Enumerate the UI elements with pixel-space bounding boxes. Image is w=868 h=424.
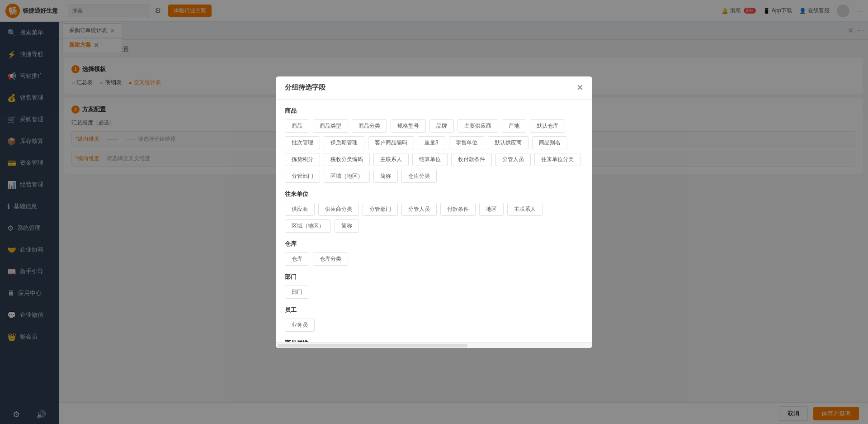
field-tag-2-1[interactable]: 仓库分类 [313, 252, 348, 266]
modal-title: 分组待选字段 [285, 83, 326, 92]
field-tag-0-4[interactable]: 品牌 [429, 119, 454, 133]
field-tag-0-14[interactable]: 商品别名 [532, 136, 567, 149]
field-tags-2: 仓库仓库分类 [285, 252, 583, 266]
field-tag-0-23[interactable]: 区域（地区） [324, 170, 370, 183]
field-tag-0-7[interactable]: 默认仓库 [530, 119, 565, 133]
field-tag-1-6[interactable]: 主联系人 [507, 203, 542, 216]
field-tag-2-0[interactable]: 仓库 [285, 252, 309, 266]
field-tags-3: 部门 [285, 286, 583, 299]
field-tag-1-4[interactable]: 付款条件 [440, 203, 476, 216]
field-tag-0-10[interactable]: 客户商品编码 [368, 136, 414, 149]
field-tag-0-8[interactable]: 批次管理 [285, 136, 320, 149]
field-tag-0-15[interactable]: 拣货积分 [285, 153, 320, 166]
field-tag-0-25[interactable]: 仓库分类 [401, 170, 437, 183]
field-tag-0-12[interactable]: 零售单位 [449, 136, 484, 149]
field-group-1: 往来单位供应商供应商分类分管部门分管人员付款条件地区主联系人区域（地区）简称 [285, 190, 583, 233]
field-tag-1-1[interactable]: 供应商分类 [318, 203, 359, 216]
modal-header: 分组待选字段 ✕ [276, 76, 592, 100]
field-tag-0-2[interactable]: 商品分类 [352, 119, 387, 133]
field-tag-1-7[interactable]: 区域（地区） [285, 219, 331, 233]
field-tag-0-13[interactable]: 默认供应商 [488, 136, 528, 149]
field-tag-0-6[interactable]: 产地 [502, 119, 526, 133]
field-tag-1-5[interactable]: 地区 [479, 203, 504, 216]
field-tag-0-16[interactable]: 税收分类编码 [324, 153, 370, 166]
field-tag-1-2[interactable]: 分管部门 [363, 203, 398, 216]
field-tag-0-18[interactable]: 结算单位 [412, 153, 448, 166]
field-tag-1-0[interactable]: 供应商 [285, 203, 315, 216]
field-tag-0-11[interactable]: 重量3 [418, 136, 445, 149]
field-tags-1: 供应商供应商分类分管部门分管人员付款条件地区主联系人区域（地区）简称 [285, 203, 583, 233]
field-group-4: 员工业务员 [285, 306, 583, 332]
field-group-0: 商品商品商品类型商品分类规格型号品牌主要供应商产地默认仓库批次管理保质期管理客户… [285, 107, 583, 183]
field-tag-0-19[interactable]: 收付款条件 [451, 153, 492, 166]
field-group-title-5: 商品属性 [285, 339, 583, 343]
field-tag-0-20[interactable]: 分管人员 [495, 153, 531, 166]
field-tag-0-17[interactable]: 主联系人 [373, 153, 409, 166]
field-group-title-4: 员工 [285, 306, 583, 314]
field-group-2: 仓库仓库仓库分类 [285, 240, 583, 266]
field-tag-4-0[interactable]: 业务员 [285, 319, 315, 332]
modal-body[interactable]: 商品商品商品类型商品分类规格型号品牌主要供应商产地默认仓库批次管理保质期管理客户… [276, 100, 592, 343]
field-tag-0-1[interactable]: 商品类型 [313, 119, 348, 133]
field-tags-4: 业务员 [285, 319, 583, 332]
field-tag-0-24[interactable]: 简称 [373, 170, 398, 183]
field-tags-0: 商品商品类型商品分类规格型号品牌主要供应商产地默认仓库批次管理保质期管理客户商品… [285, 119, 583, 183]
field-group-3: 部门部门 [285, 273, 583, 299]
modal-bottom-scrollbar[interactable] [276, 342, 592, 348]
field-tag-0-9[interactable]: 保质期管理 [324, 136, 364, 149]
field-tag-0-0[interactable]: 商品 [285, 119, 309, 133]
field-group-5: 商品属性属性颜色多规格尺码鞋码1 [285, 339, 583, 343]
field-tag-0-21[interactable]: 往来单位分类 [534, 153, 580, 166]
field-tag-0-3[interactable]: 规格型号 [391, 119, 426, 133]
modal-overlay: 分组待选字段 ✕ 商品商品商品类型商品分类规格型号品牌主要供应商产地默认仓库批次… [0, 0, 868, 424]
field-tag-1-8[interactable]: 简称 [335, 219, 359, 233]
modal-dialog: 分组待选字段 ✕ 商品商品商品类型商品分类规格型号品牌主要供应商产地默认仓库批次… [276, 76, 592, 348]
field-group-title-0: 商品 [285, 107, 583, 115]
modal-close-button[interactable]: ✕ [576, 83, 583, 93]
field-tag-1-3[interactable]: 分管人员 [401, 203, 437, 216]
field-group-title-3: 部门 [285, 273, 583, 281]
field-tag-0-22[interactable]: 分管部门 [285, 170, 320, 183]
field-tag-3-0[interactable]: 部门 [285, 286, 309, 299]
field-group-title-1: 往来单位 [285, 190, 583, 198]
field-group-title-2: 仓库 [285, 240, 583, 248]
field-tag-0-5[interactable]: 主要供应商 [458, 119, 498, 133]
